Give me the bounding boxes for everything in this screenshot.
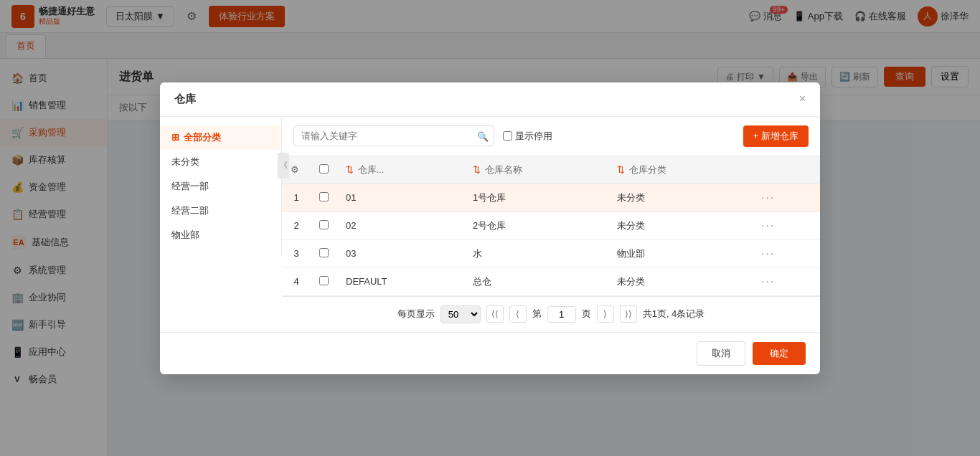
modal-close-button[interactable]: × xyxy=(799,92,806,105)
table-header-row: ⚙ ⇅ 仓库... ⇅ xyxy=(282,156,820,184)
row-checkbox[interactable] xyxy=(319,220,329,229)
page-first-btn[interactable]: ⟨⟨ xyxy=(486,305,504,323)
row-action-dots[interactable]: ··· xyxy=(761,275,775,288)
row-code: 03 xyxy=(337,239,464,267)
modal-header: 仓库 × xyxy=(160,82,820,117)
page-label: 第 xyxy=(532,308,542,320)
table-row[interactable]: 1 01 1号仓库 未分类 ··· xyxy=(282,184,820,212)
row-checkbox-cell xyxy=(311,239,337,267)
category-item-ops2[interactable]: 经营二部 xyxy=(160,199,281,223)
category-panel-wrap: ⊞ 全部分类 未分类 经营一部 经营二部 物业部 xyxy=(160,117,282,332)
th-warehouse-name: ⇅ 仓库名称 xyxy=(464,156,608,184)
row-name: 水 xyxy=(464,239,608,267)
table-row[interactable]: 4 DEFAULT 总仓 未分类 ··· xyxy=(282,267,820,295)
page-size-label: 每页显示 xyxy=(397,308,435,320)
th-warehouse-code: ⇅ 仓库... xyxy=(337,156,464,184)
sort-icon-3: ⇅ xyxy=(617,164,625,175)
row-action: ··· xyxy=(753,267,820,295)
table-row[interactable]: 3 03 水 物业部 ··· xyxy=(282,239,820,267)
warehouse-modal: 仓库 × ⊞ 全部分类 未分类 经营一部 xyxy=(160,82,820,374)
search-icon[interactable]: 🔍 xyxy=(477,130,489,141)
row-code: DEFAULT xyxy=(337,267,464,295)
row-category: 未分类 xyxy=(608,267,753,295)
show-disabled-checkbox[interactable] xyxy=(503,131,512,141)
row-category: 未分类 xyxy=(608,184,753,212)
gear-icon: ⚙ xyxy=(291,164,299,175)
grid-icon: ⊞ xyxy=(171,132,179,143)
row-checkbox[interactable] xyxy=(319,276,329,285)
row-action: ··· xyxy=(753,212,820,239)
row-checkbox-cell xyxy=(311,212,337,239)
th-action xyxy=(753,156,820,184)
row-name: 1号仓库 xyxy=(464,184,608,212)
row-num: 3 xyxy=(282,239,311,267)
row-action: ··· xyxy=(753,184,820,212)
sort-icon-2: ⇅ xyxy=(473,164,481,175)
row-num: 4 xyxy=(282,267,311,295)
category-all-label: 全部分类 xyxy=(184,131,221,144)
confirm-button[interactable]: 确定 xyxy=(753,342,806,365)
row-num: 2 xyxy=(282,212,311,239)
collapse-panel-button[interactable]: 《 xyxy=(278,153,289,179)
modal-title: 仓库 xyxy=(174,92,196,106)
table-toolbar: 🔍 显示停用 + 新增仓库 xyxy=(282,117,820,156)
row-category: 未分类 xyxy=(608,212,753,239)
row-action-dots[interactable]: ··· xyxy=(761,191,775,204)
select-all-checkbox[interactable] xyxy=(319,164,329,174)
category-item-ops1[interactable]: 经营一部 xyxy=(160,174,281,199)
page-total: 共1页, 4条记录 xyxy=(643,308,705,320)
row-checkbox[interactable] xyxy=(319,192,329,201)
row-action-dots[interactable]: ··· xyxy=(761,247,775,260)
modal-overlay: 仓库 × ⊞ 全部分类 未分类 经营一部 xyxy=(0,0,980,456)
category-all[interactable]: ⊞ 全部分类 xyxy=(160,125,281,150)
table-row[interactable]: 2 02 2号仓库 未分类 ··· xyxy=(282,212,820,239)
page-unit: 页 xyxy=(582,308,591,320)
category-item-unclassified[interactable]: 未分类 xyxy=(160,150,281,174)
modal-footer: 取消 确定 xyxy=(160,332,820,374)
row-checkbox-cell xyxy=(311,267,337,295)
row-num: 1 xyxy=(282,184,311,212)
row-category: 物业部 xyxy=(608,239,753,267)
pagination: 每页显示 50 20 100 ⟨⟨ ⟨ 第 页 ⟩ ⟩⟩ 共1页, 4条记录 xyxy=(282,296,820,332)
add-warehouse-button[interactable]: + 新增仓库 xyxy=(743,125,809,147)
page-size-select[interactable]: 50 20 100 xyxy=(440,305,481,323)
page-prev-btn[interactable]: ⟨ xyxy=(509,305,527,323)
row-name: 总仓 xyxy=(464,267,608,295)
category-panel: ⊞ 全部分类 未分类 经营一部 经营二部 物业部 xyxy=(160,117,282,256)
table-panel: 🔍 显示停用 + 新增仓库 ⚙ xyxy=(282,117,820,332)
modal-body: ⊞ 全部分类 未分类 经营一部 经营二部 物业部 xyxy=(160,117,820,332)
row-checkbox-cell xyxy=(311,184,337,212)
search-input-wrap: 🔍 xyxy=(293,125,494,146)
warehouse-table: ⚙ ⇅ 仓库... ⇅ xyxy=(282,156,820,296)
category-item-property[interactable]: 物业部 xyxy=(160,223,281,247)
row-code: 01 xyxy=(337,184,464,212)
search-input[interactable] xyxy=(293,125,494,146)
sort-icon: ⇅ xyxy=(346,164,354,175)
row-checkbox[interactable] xyxy=(319,248,329,257)
table-scroll: ⚙ ⇅ 仓库... ⇅ xyxy=(282,156,820,296)
row-code: 02 xyxy=(337,212,464,239)
th-checkbox xyxy=(311,156,337,184)
show-disabled-label: 显示停用 xyxy=(515,130,552,143)
page-last-btn[interactable]: ⟩⟩ xyxy=(620,305,637,323)
row-name: 2号仓库 xyxy=(464,212,608,239)
page-number-input[interactable] xyxy=(547,306,576,323)
row-action-dots[interactable]: ··· xyxy=(761,219,775,232)
cancel-button[interactable]: 取消 xyxy=(697,341,745,366)
show-disabled-wrap: 显示停用 xyxy=(503,130,552,143)
th-warehouse-category: ⇅ 仓库分类 xyxy=(608,156,753,184)
row-action: ··· xyxy=(753,239,820,267)
page-next-btn[interactable]: ⟩ xyxy=(597,305,614,323)
